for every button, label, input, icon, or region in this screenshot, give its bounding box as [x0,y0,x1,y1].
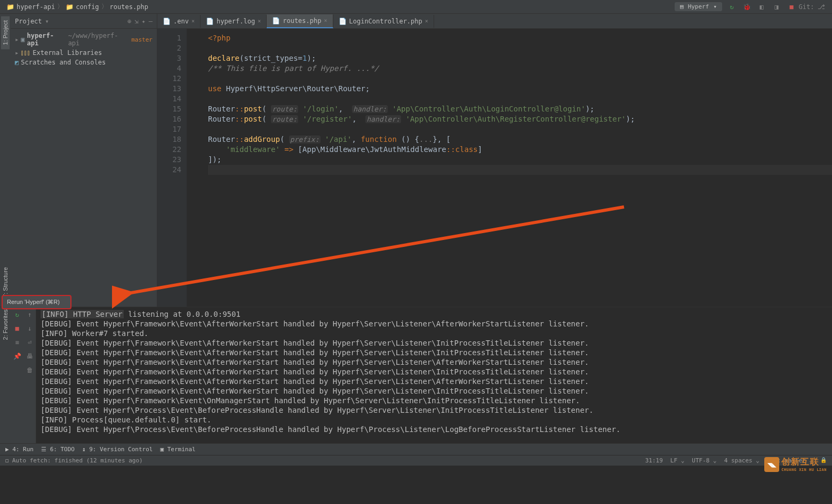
project-panel-title: Project [15,18,42,25]
breadcrumb-item[interactable]: config [76,3,99,11]
breadcrumb-item[interactable]: hyperf-api [17,3,55,11]
sidebar-tab-favorites[interactable]: 2: Favorites [1,305,10,344]
hide-icon[interactable]: — [149,18,153,25]
bottom-tab-terminal[interactable]: ▣ Terminal [160,446,195,453]
tree-external-libraries[interactable]: ▸ ⫿⫿⫿ External Libraries [11,48,157,58]
chevron-right-icon: ▸ [15,36,19,43]
folder-icon: 📁 [6,3,14,11]
line-gutter: 123412131415161718222324 [157,29,187,307]
bottom-bar: ▶ 4: Run ☰ 6: TODO ↨ 9: Version Control … [0,443,832,455]
bottom-tab-run[interactable]: ▶ 4: Run [5,446,34,453]
status-indicator-icon: ◻ [5,457,9,464]
status-bar: ◻ Auto fetch: finished (12 minutes ago) … [0,455,832,466]
run-icon[interactable]: ↻ [727,3,736,11]
watermark-icon: ◥◣ [764,457,779,472]
trash-icon[interactable]: 🗑 [26,366,34,374]
tree-root[interactable]: ▸ ▣ hyperf-api ~/www/hyperf-api master [11,31,157,48]
navigation-bar: 📁 hyperf-api 〉 📁 config 〉 routes.php ▤ H… [0,0,832,14]
status-line-ending[interactable]: LF ⌄ [670,457,685,464]
wrap-icon[interactable]: ⏎ [26,338,34,347]
gear-icon[interactable]: ✦ [142,18,146,25]
status-cursor[interactable]: 31:19 [645,457,663,464]
up-icon[interactable]: ↑ [26,310,34,319]
stop-icon[interactable]: ■ [13,324,21,333]
code-body[interactable]: <?php declare(strict_types=1);/** This f… [187,29,832,307]
console-toolbar-primary: ↻ ■ ≡ 📌 [11,307,23,443]
chevron-right-icon: ▸ [15,49,19,57]
sidebar-tab-project[interactable]: 1: Project [1,16,10,49]
main-area: Project ▾ ⊕ ⇲ ✦ — ▸ ▣ hyperf-api ~/www/h… [0,14,832,307]
close-icon[interactable]: × [191,18,195,24]
tab-routes-php[interactable]: 📄routes.php× [267,14,333,28]
coverage-icon[interactable]: ◧ [757,3,766,11]
file-icon: 📄 [272,17,280,25]
stop-icon[interactable]: ■ [787,3,796,11]
bottom-tab-todo[interactable]: ☰ 6: TODO [41,446,75,453]
folder-icon: 📁 [66,3,74,11]
chevron-down-icon[interactable]: ▾ [45,18,49,25]
git-label: Git: [802,3,811,11]
library-icon: ⫿⫿⫿ [21,49,30,57]
editor-pane: 📄.env× 📄hyperf.log× 📄routes.php× 📄LoginC… [157,14,832,307]
close-icon[interactable]: × [425,18,428,24]
project-panel-header: Project ▾ ⊕ ⇲ ✦ — [11,14,157,29]
chevron-right-icon: 〉 [57,2,63,11]
rerun-icon[interactable]: ↻ [13,310,21,319]
print-icon[interactable]: 🖶 [26,352,34,361]
toolbar-right: ▤ Hyperf ▾ ↻ 🐞 ◧ ◨ ■ Git: ⎇ [675,2,827,11]
status-indent[interactable]: 4 spaces ⌄ [724,457,759,464]
pause-icon[interactable]: ≡ [13,338,21,347]
down-icon[interactable]: ↓ [26,324,34,333]
chevron-right-icon: 〉 [101,2,108,11]
hammer-icon: ▤ [680,3,684,10]
profile-icon[interactable]: ◨ [772,3,781,11]
rerun-tooltip: Rerun 'Hyperf' (⌘R) [2,295,71,309]
tab-env[interactable]: 📄.env× [157,15,201,28]
run-tool-window: ↻ ■ ≡ 📌 ↑ ↓ ⏎ 🖶 🗑 [INFO] HTTP Server lis… [0,307,832,443]
close-icon[interactable]: × [258,18,261,24]
code-editor[interactable]: 123412131415161718222324 <?php declare(s… [157,29,832,307]
console-toolbar-secondary: ↑ ↓ ⏎ 🖶 🗑 [23,307,36,443]
console-output[interactable]: [INFO] HTTP Server listening at 0.0.0.0:… [36,307,832,443]
scratch-icon: ◩ [15,59,19,66]
file-icon: 📄 [339,18,347,25]
file-icon: 📄 [163,18,171,25]
debug-icon[interactable]: 🐞 [742,3,751,11]
expand-icon[interactable]: ⇲ [134,18,138,25]
tab-login-controller[interactable]: 📄LoginController.php× [333,15,434,28]
watermark: ◥◣ 创新互联 CHUANG XIN HU LIAN [764,457,827,472]
file-icon: 📄 [206,18,214,25]
breadcrumb-item[interactable]: routes.php [110,3,148,11]
git-branch-icon[interactable]: ⎇ [817,3,826,11]
bottom-tab-vcs[interactable]: ↨ 9: Version Control [82,446,153,453]
tab-hyperf-log[interactable]: 📄hyperf.log× [201,15,267,28]
select-opened-file-icon[interactable]: ⊕ [127,18,131,25]
pin-icon[interactable]: 📌 [13,352,21,361]
chevron-down-icon: ▾ [713,3,717,10]
tree-scratches[interactable]: ◩ Scratches and Consoles [11,58,157,67]
status-fetch: Auto fetch: finished (12 minutes ago) [12,457,143,464]
editor-tabs: 📄.env× 📄hyperf.log× 📄routes.php× 📄LoginC… [157,14,832,29]
folder-icon: ▣ [21,36,25,43]
status-encoding[interactable]: UTF-8 ⌄ [692,457,716,464]
project-tree[interactable]: ▸ ▣ hyperf-api ~/www/hyperf-api master ▸… [11,29,157,69]
close-icon[interactable]: × [324,18,327,23]
run-config-selector[interactable]: ▤ Hyperf ▾ [675,2,722,11]
project-tool-window: Project ▾ ⊕ ⇲ ✦ — ▸ ▣ hyperf-api ~/www/h… [11,14,157,307]
